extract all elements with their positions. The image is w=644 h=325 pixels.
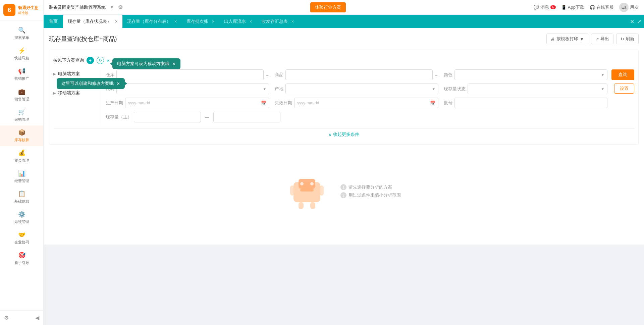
- sidebar-nav: 🔍 搜索菜单 ⚡ 快捷导航 📢 营销推广 💼 销售管理 🛒 采购管理 📦 库存核…: [0, 20, 43, 310]
- color-label: 颜色: [444, 72, 452, 78]
- svg-rect-5: [290, 185, 294, 196]
- sidebar-item-inventory[interactable]: 📦 库存核算: [0, 125, 43, 146]
- collapse-label: 收起更多条件: [333, 131, 359, 138]
- settings-bottom-icon[interactable]: ⚙: [4, 315, 9, 321]
- briefcase-icon: 💼: [18, 88, 25, 95]
- sidebar-item-marketing[interactable]: 📢 营销推广: [0, 64, 43, 85]
- collapse-up-icon: ∧: [328, 132, 332, 137]
- message-icon: 💬: [534, 5, 539, 10]
- empty-text-area: 1 请先选择要分析的方案 2 用过滤条件来缩小分析范围: [340, 184, 401, 200]
- tab-expand-icon[interactable]: ⤢: [637, 18, 641, 25]
- tooltip1-close[interactable]: ✕: [172, 61, 176, 66]
- chart-icon: 📊: [18, 170, 25, 177]
- production-date-placeholder: yyyy-mm-dd: [128, 101, 150, 105]
- tab-batch[interactable]: 库存批次账 ✕: [182, 15, 219, 28]
- header-right: 💬 消息 6 📱 App下载 🎧 在线客服 Ea 用友: [534, 3, 639, 12]
- print-button[interactable]: 🖨 按模板打印 ▼: [546, 34, 588, 44]
- filter-section: 按以下方案查询 + ↻ « 电脑方案可设为移动方案哦 ✕: [49, 50, 639, 145]
- app-download-item[interactable]: 📱 App下载: [561, 4, 584, 10]
- tab-close-inventory-dist[interactable]: ✕: [174, 19, 177, 24]
- filter-production-date: 生产日期 yyyy-mm-dd 📅: [106, 98, 269, 108]
- sidebar-item-enterprise[interactable]: 🤝 企业协同: [0, 228, 43, 248]
- size-chevron-icon: ▼: [263, 87, 266, 91]
- cart-icon: 🛒: [18, 108, 25, 116]
- sidebar-item-sales[interactable]: 💼 销售管理: [0, 85, 43, 105]
- scheme-tooltip-1: 电脑方案可设为移动方案哦 ✕: [112, 58, 180, 69]
- origin-label: 产地: [275, 86, 283, 92]
- expire-date-calendar-icon[interactable]: 📅: [430, 101, 435, 106]
- filter-size: 尺码 ▼: [106, 84, 269, 94]
- sidebar-item-quick[interactable]: ⚡ 快捷导航: [0, 44, 43, 64]
- filter-batch-no: 批号: [444, 98, 607, 108]
- scheme-item-desktop[interactable]: ▶ 电脑端方案: [53, 69, 96, 78]
- filter-row-4: 现存量（主） —: [106, 112, 607, 122]
- collapse-sidebar-icon[interactable]: ◀: [35, 315, 39, 321]
- search-icon: 🔍: [18, 26, 25, 34]
- sidebar-item-finance[interactable]: 💰 资金管理: [0, 146, 43, 166]
- tooltip2-close[interactable]: ✕: [116, 81, 120, 86]
- tab-inventory-dist[interactable]: 现存量（库存分布表） ✕: [122, 15, 182, 28]
- sidebar-item-system[interactable]: ⚙️ 系统管理: [0, 207, 43, 228]
- filter-header-label: 按以下方案查询: [53, 57, 84, 63]
- refresh-icon: ↻: [621, 37, 624, 42]
- sidebar-item-operations[interactable]: 📊 经营管理: [0, 166, 43, 187]
- query-button[interactable]: 查询: [611, 69, 634, 80]
- filter-back-button[interactable]: «: [107, 57, 110, 63]
- settings-icon[interactable]: ⚙: [118, 4, 123, 10]
- chevron-right-mobile-icon: ▶: [53, 91, 56, 95]
- stock-status-chevron-icon: ▼: [601, 87, 604, 91]
- filter-add-button[interactable]: +: [87, 57, 94, 64]
- refresh-button[interactable]: ↻ 刷新: [616, 34, 639, 44]
- scheme-item-mobile[interactable]: ▶ 移动端方案: [53, 89, 96, 97]
- svg-rect-7: [299, 202, 304, 209]
- filter-refresh-button[interactable]: ↻: [97, 57, 104, 64]
- page-actions: 🖨 按模板打印 ▼ ↗ 导出 ↻ 刷新: [546, 34, 639, 44]
- scheme-mobile-label: 移动端方案: [58, 90, 80, 96]
- tab-close-receipt[interactable]: ✕: [291, 19, 294, 24]
- color-chevron-icon: ▼: [601, 73, 604, 77]
- batch-no-label: 批号: [444, 100, 452, 106]
- money-icon: 💰: [18, 149, 25, 157]
- product-label: 商品: [275, 72, 283, 78]
- system-dropdown-icon[interactable]: ▼: [110, 5, 114, 10]
- production-date-calendar-icon[interactable]: 📅: [261, 101, 266, 106]
- phone-icon: 📱: [561, 5, 567, 10]
- filter-row-1: 仓库 ··· 商品 ··· 颜色: [106, 69, 607, 80]
- sidebar-item-basic[interactable]: 📋 基础信息: [0, 187, 43, 207]
- message-item[interactable]: 💬 消息 6: [534, 4, 556, 10]
- product-more-icon[interactable]: ···: [435, 72, 438, 77]
- sidebar-item-purchase[interactable]: 🛒 采购管理: [0, 105, 43, 125]
- tab-close-inout[interactable]: ✕: [249, 19, 252, 24]
- set-button[interactable]: 设置: [614, 84, 634, 94]
- scheme-tooltip-2: 这里可以创建和修改方案哦 ✕: [57, 78, 125, 89]
- header-left: 装备及固定资产辅助管理系统 ▼ ⚙: [49, 4, 123, 10]
- collapse-bar[interactable]: ∧ 收起更多条件: [53, 128, 634, 140]
- sidebar-item-guide[interactable]: 🎯 新手引导: [0, 248, 43, 269]
- origin-chevron-icon: ▼: [432, 87, 435, 91]
- page-title-row: 现存量查询(按仓库+商品) 🖨 按模板打印 ▼ ↗ 导出 ↻ 刷新: [49, 34, 639, 44]
- range-dash: —: [203, 115, 211, 120]
- tab-close-all-icon[interactable]: ✕: [630, 18, 634, 25]
- content-area: 现存量查询(按仓库+商品) 🖨 按模板打印 ▼ ↗ 导出 ↻ 刷新: [44, 28, 644, 245]
- svg-point-2: [300, 182, 304, 185]
- tabs-right-actions: ✕ ⤢: [630, 18, 644, 25]
- scheme-list: ▶ 电脑端方案 这里可以创建和修改方案哦 ✕ 按商品: [53, 69, 100, 126]
- svg-rect-8: [310, 202, 315, 209]
- tab-receipt-summary[interactable]: 收发存汇总表 ✕: [257, 15, 299, 28]
- support-item[interactable]: 🎧 在线客服: [590, 4, 614, 10]
- production-date-label: 生产日期: [106, 100, 123, 106]
- tab-close-inventory-status[interactable]: ✕: [115, 19, 118, 24]
- trial-button[interactable]: 体验行业方案: [310, 2, 346, 12]
- tab-home[interactable]: 首页: [44, 15, 63, 28]
- tab-close-batch[interactable]: ✕: [212, 19, 215, 24]
- gear-icon: ⚙️: [18, 211, 25, 218]
- robot-svg: [287, 172, 327, 212]
- megaphone-icon: 📢: [18, 67, 25, 75]
- tab-inventory-status[interactable]: 现存量（库存状况表） ✕: [63, 15, 122, 28]
- tab-inout-flow[interactable]: 出入库流水 ✕: [219, 15, 257, 28]
- warehouse-more-icon[interactable]: ···: [266, 72, 269, 77]
- user-item[interactable]: Ea 用友: [619, 3, 639, 12]
- sidebar-item-search[interactable]: 🔍 搜索菜单: [0, 23, 43, 44]
- export-button[interactable]: ↗ 导出: [591, 34, 613, 44]
- chevron-right-icon: ▶: [53, 72, 56, 76]
